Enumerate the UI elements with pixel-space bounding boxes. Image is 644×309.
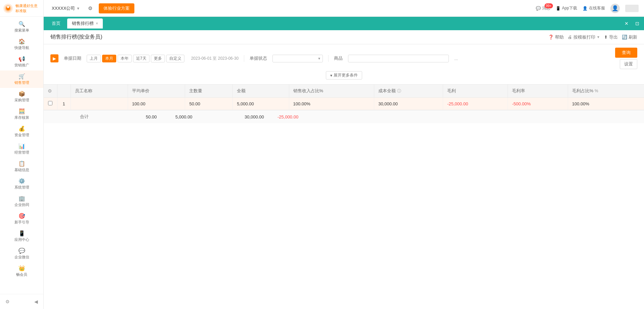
mobile-icon: 📱 <box>18 230 25 237</box>
th-gross-margin: 毛利率 <box>508 85 568 98</box>
filter-right-buttons: 查询 设置 <box>615 48 637 69</box>
th-cost-amount: 成本全额 ⓘ <box>374 85 443 98</box>
gross-pct-info-icon[interactable]: % <box>595 89 598 93</box>
td-amount: 5,000.00 <box>233 98 289 110</box>
date-btn-this-year[interactable]: 本年 <box>118 55 132 62</box>
app-download-button[interactable]: 📱 App下载 <box>556 5 577 11</box>
cost-info-icon[interactable]: ⓘ <box>397 89 401 93</box>
export-button[interactable]: ⬆ 导出 <box>604 34 618 40</box>
goods-select-container <box>348 55 449 62</box>
table-footer: 合计 50.00 5,000.00 30,000.00 -25,000.00 <box>44 110 644 123</box>
settings-button[interactable]: ⚙ <box>3 297 12 306</box>
expand-label: 展开更多条件 <box>334 72 358 78</box>
print-button[interactable]: 🖨 按模板打印 ▼ <box>568 34 600 40</box>
date-filter-label: 单据日期 <box>64 55 81 61</box>
more-placeholder: ... <box>454 56 458 61</box>
sidebar-item-wechat[interactable]: 💬 企业微信 <box>0 245 43 262</box>
tab-home[interactable]: 首页 <box>46 18 66 29</box>
app-logo-icon <box>3 3 13 14</box>
topbar-settings-button[interactable]: ⚙ <box>85 4 95 13</box>
filter-expand-toggle[interactable]: ▶ <box>50 54 58 62</box>
sidebar-item-marketing[interactable]: 📢 营销推广 <box>0 53 43 70</box>
td-checkbox <box>44 98 57 110</box>
date-btn-7days[interactable]: 近7天 <box>133 55 149 62</box>
sidebar-item-sales[interactable]: 🛒 销售管理 <box>0 70 43 88</box>
notification-badge: 99+ <box>545 3 553 8</box>
tab-close-icon[interactable]: × <box>96 21 98 26</box>
refresh-button[interactable]: 🔄 刷新 <box>622 34 637 40</box>
sidebar-item-guide[interactable]: 🎯 新手引导 <box>0 210 43 227</box>
tabs-window-controls: ✕ ⊡ <box>622 19 641 28</box>
rank-number: 1 <box>62 101 65 106</box>
sidebar-item-operations[interactable]: 📊 经营管理 <box>0 140 43 158</box>
service-icon: 👤 <box>583 6 588 11</box>
date-btn-custom[interactable]: 自定义 <box>166 55 184 62</box>
clipboard-icon: 📋 <box>18 160 25 167</box>
sidebar-item-label: 基础信息 <box>14 167 29 172</box>
notification-button[interactable]: 💬 消息 99+ <box>536 5 550 11</box>
date-btn-more[interactable]: 更多 <box>151 55 165 62</box>
building-icon: 🏢 <box>18 195 25 202</box>
date-btn-this-month[interactable]: 本月 <box>102 55 116 62</box>
sidebar-item-enterprise[interactable]: 🏢 企业协同 <box>0 193 43 210</box>
goods-input[interactable] <box>348 55 449 62</box>
sidebar-item-purchase[interactable]: 📦 采购管理 <box>0 88 43 105</box>
tab-sales-ranking[interactable]: 销售排行榜 × <box>67 18 103 29</box>
collapse-button[interactable]: ◀ <box>31 297 41 306</box>
sidebar-item-label: 资金管理 <box>14 133 29 138</box>
td-gross-margin: -500.00% <box>508 98 568 110</box>
goods-filter-label: 商品 <box>334 55 343 61</box>
filter-settings-button[interactable]: 设置 <box>620 59 637 69</box>
window-close-button[interactable]: ✕ <box>622 19 631 28</box>
th-gross-profit: 毛利 <box>443 85 508 98</box>
sidebar-item-member[interactable]: 👑 畅会员 <box>0 262 43 280</box>
sidebar-item-label: 销售管理 <box>14 80 29 85</box>
expand-conditions-button[interactable]: ▾ 展开更多条件 <box>326 71 362 80</box>
trial-button[interactable]: 体验行业方案 <box>99 3 134 13</box>
sidebar-item-label: 营销推广 <box>14 63 29 68</box>
help-button[interactable]: ❓ 帮助 <box>548 34 564 40</box>
filter-divider <box>244 55 244 62</box>
crown-icon: 👑 <box>18 265 25 271</box>
td-gross-pct: 100.00% <box>568 98 644 110</box>
sidebar-item-label: 应用中心 <box>14 237 29 242</box>
column-settings-icon[interactable]: ⚙ <box>48 88 52 94</box>
print-icon: 🖨 <box>568 35 572 40</box>
sidebar-item-app-center[interactable]: 📱 应用中心 <box>0 227 43 245</box>
sidebar-item-shortcut[interactable]: 🏠 快捷导航 <box>0 36 43 53</box>
home-icon: 🏠 <box>18 38 25 45</box>
footer-qty: 50.00 <box>146 114 173 119</box>
sidebar-bottom: ⚙ ◀ <box>0 294 43 309</box>
window-maximize-button[interactable]: ⊡ <box>633 19 641 28</box>
company-selector[interactable]: XXXXX公司 ▼ <box>49 4 83 13</box>
user-avatar[interactable]: 👤 <box>610 4 620 13</box>
online-service-button[interactable]: 👤 在线客服 <box>583 5 605 11</box>
app-name: 畅康通好生意 标准版 <box>15 3 38 13</box>
sidebar-item-basic-info[interactable]: 📋 基础信息 <box>0 158 43 175</box>
megaphone-icon: 📢 <box>18 56 25 62</box>
sidebar-item-label: 经营管理 <box>14 150 29 155</box>
status-select[interactable] <box>272 55 323 62</box>
sidebar-item-search[interactable]: 🔍 搜索菜单 <box>0 18 43 36</box>
th-settings: ⚙ <box>44 85 57 98</box>
date-btn-last-month[interactable]: 上月 <box>87 55 101 62</box>
sidebar-item-label: 系统管理 <box>14 185 29 190</box>
sidebar-item-finance[interactable]: 💰 资金管理 <box>0 123 43 140</box>
date-range-text: 2023-06-01 至 2023-06-30 <box>191 56 239 61</box>
calculator-icon: 🧮 <box>18 108 25 114</box>
status-select-container: ▼ <box>272 55 323 62</box>
sidebar-item-label: 快捷导航 <box>14 45 29 50</box>
sidebar-item-label: 搜索菜单 <box>14 28 29 33</box>
table-row: 1 100.00 50.00 5,000.00 100.00% 30,000.0… <box>44 98 644 110</box>
sidebar-item-system[interactable]: ⚙️ 系统管理 <box>0 175 43 193</box>
table-body: 1 100.00 50.00 5,000.00 100.00% 30,000.0… <box>44 98 644 110</box>
chart-icon: 📊 <box>18 143 25 149</box>
app-download-label: App下载 <box>562 5 577 11</box>
avatar-icon: 👤 <box>612 5 618 11</box>
sidebar-item-inventory[interactable]: 🧮 库存核算 <box>0 105 43 123</box>
row-checkbox[interactable] <box>48 101 52 105</box>
help-label: 帮助 <box>555 34 564 40</box>
th-amount: 全额 <box>233 85 289 98</box>
query-button[interactable]: 查询 <box>615 48 637 58</box>
td-gross-profit: -25,000.00 <box>443 98 508 110</box>
